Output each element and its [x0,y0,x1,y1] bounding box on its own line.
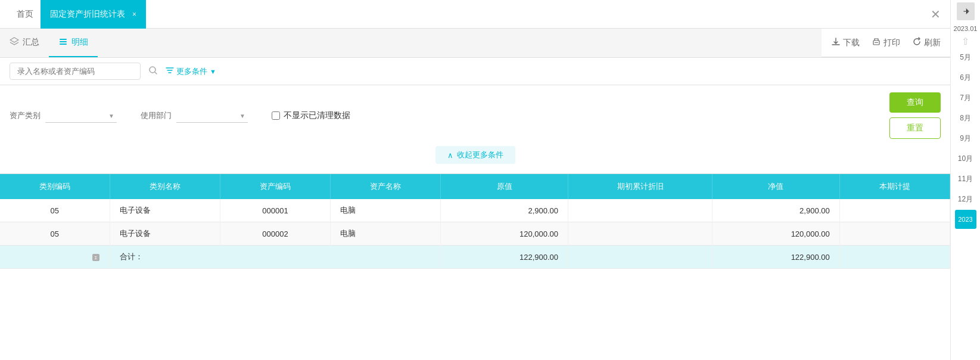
tab-summary-label: 汇总 [23,37,39,48]
cell-current-dep [839,222,950,246]
month-10[interactable]: 10月 [955,149,976,168]
cell-accumulated-dep [568,199,713,222]
asset-category-label: 资产类别 [10,110,41,121]
nav-home[interactable]: 首页 [10,9,41,20]
nav-tab[interactable]: 固定资产折旧统计表 × [41,0,146,29]
cell-category-code: 05 [0,199,110,222]
tab-summary[interactable]: 汇总 [0,29,49,57]
col-asset-name: 资产名称 [331,174,441,199]
col-net-value: 净值 [712,174,839,199]
chevron-up-icon: ∧ [447,151,453,160]
department-label: 使用部门 [141,110,172,121]
cell-asset-code: 000001 [220,199,330,222]
department-select[interactable] [176,108,248,123]
tab-detail[interactable]: 明细 [49,29,98,57]
no-cleared-checkbox[interactable] [272,111,280,120]
no-cleared-label: 不显示已清理数据 [284,110,350,121]
svg-rect-4 [875,42,878,43]
month-6[interactable]: 6月 [955,68,976,87]
search-icon[interactable] [148,65,158,77]
cell-original-value: 120,000.00 [441,222,568,246]
table-row: 05 电子设备 000002 电脑 120,000.00 120,000.00 [0,222,950,246]
cell-accumulated-dep [568,222,713,246]
collapse-btn[interactable]: ∧ 收起更多条件 [435,146,515,164]
cell-current-dep [839,199,950,222]
svg-rect-2 [60,44,67,45]
refresh-button[interactable]: 刷新 [912,37,941,48]
date-display: 2023.01 [953,23,979,35]
refresh-icon [912,37,922,48]
month-11[interactable]: 11月 [955,169,976,188]
download-button[interactable]: 下载 [831,37,860,48]
cell-category-name: 电子设备 [110,199,220,222]
asset-category-select[interactable] [45,108,117,123]
total-accumulated-dep [568,246,713,269]
window-close-icon[interactable]: ✕ [931,7,941,21]
month-9[interactable]: 9月 [955,129,976,148]
svg-rect-0 [60,39,67,40]
total-icon-cell: Σ [0,246,110,269]
nav-tab-label: 固定资产折旧统计表 [50,9,125,20]
nav-tab-close[interactable]: × [132,10,136,18]
layers-icon [10,37,19,48]
col-accumulated-dep: 期初累计折旧 [568,174,713,199]
total-net-value: 122,900.00 [712,246,839,269]
collapse-label: 收起更多条件 [457,150,503,160]
reset-button[interactable]: 重置 [889,117,941,139]
more-conditions-label: 更多条件 [176,66,207,77]
refresh-label: 刷新 [924,38,941,48]
month-12[interactable]: 12月 [955,190,976,209]
cell-asset-code: 000002 [220,222,330,246]
more-conditions-btn[interactable]: 更多条件 ▼ [166,66,216,77]
month-8[interactable]: 8月 [955,108,976,128]
svg-text:Σ: Σ [94,255,97,260]
total-icon: Σ [92,252,100,261]
col-original-value: 原值 [441,174,568,199]
cell-asset-name: 电脑 [331,199,441,222]
cell-asset-name: 电脑 [331,222,441,246]
total-row: Σ 合计： 122,900.00 122,900.00 [0,246,950,269]
chevron-down-icon: ▼ [210,68,216,75]
print-label: 打印 [883,38,900,48]
month-7[interactable]: 7月 [955,88,976,107]
print-icon [872,37,881,48]
total-original-value: 122,900.00 [441,246,568,269]
list-icon [58,37,68,48]
total-current-dep [839,246,950,269]
table-row: 05 电子设备 000001 电脑 2,900.00 2,900.00 [0,199,950,222]
month-5[interactable]: 5月 [955,48,976,67]
cell-category-name: 电子设备 [110,222,220,246]
col-category-code: 类别编码 [0,174,110,199]
svg-rect-1 [60,41,67,42]
query-button[interactable]: 查询 [889,92,941,113]
print-button[interactable]: 打印 [872,37,900,48]
cell-net-value: 120,000.00 [712,222,839,246]
cell-category-code: 05 [0,222,110,246]
search-input[interactable] [10,63,141,80]
download-icon [831,37,841,48]
col-current-dep: 本期计提 [839,174,950,199]
col-category-name: 类别名称 [110,174,220,199]
year-badge[interactable]: 2023 [955,210,976,229]
cell-original-value: 2,900.00 [441,199,568,222]
sidebar-arrow-btn[interactable] [957,2,975,20]
col-asset-code: 资产编码 [220,174,330,199]
download-label: 下载 [843,38,860,48]
filter-icon [166,66,174,76]
scroll-up-icon[interactable]: ⇧ [962,37,969,46]
cell-net-value: 2,900.00 [712,199,839,222]
total-label: 合计： [110,246,441,269]
tab-detail-label: 明细 [71,37,88,48]
